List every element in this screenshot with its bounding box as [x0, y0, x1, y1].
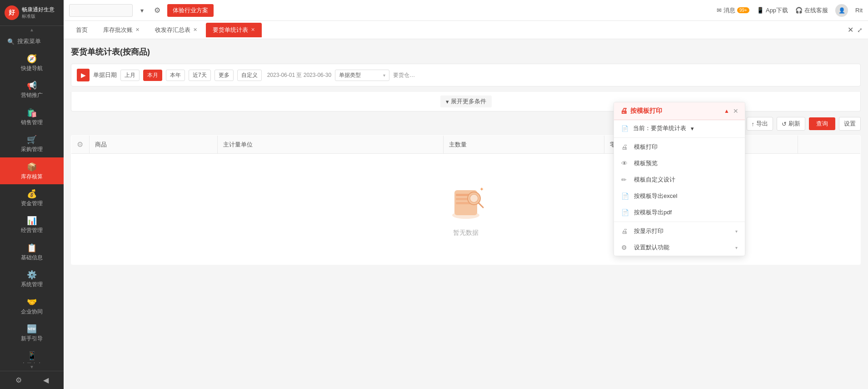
tabbar: 首页 库存批次账 ✕ 收发存汇总表 ✕ 要货单统计表 ✕ ✕ ⤢ — [64, 21, 868, 39]
sidebar-bottom: ⚙ ◀ — [0, 371, 64, 389]
close-all-tabs-btn[interactable]: ✕ — [848, 25, 853, 34]
export-btn[interactable]: ↑ 导出 — [747, 117, 773, 131]
refresh-icon: ↺ — [782, 121, 787, 127]
last-7-days-btn[interactable]: 近7天 — [189, 70, 211, 81]
sidebar-item-inventory[interactable]: 📦 库存核算 — [0, 157, 64, 184]
display-print-arrow: ▾ — [735, 229, 738, 234]
settings-btn[interactable]: 设置 — [839, 117, 861, 131]
dropdown-item-template-preview[interactable]: 👁 模板预览 — [614, 155, 745, 172]
scroll-down-indicator[interactable]: ▼ — [0, 363, 64, 371]
page-title: 要货单统计表(按商品) — [71, 46, 861, 57]
tab-home[interactable]: 首页 — [69, 23, 95, 37]
dropdown-title-label: 按模板打印 — [630, 107, 662, 115]
message-badge: 99+ — [737, 7, 749, 13]
selected-template-arrow: ▾ — [691, 125, 694, 132]
dropdown-item-set-default[interactable]: ⚙ 设置默认功能 ▾ — [614, 239, 745, 256]
dropdown-selected-template[interactable]: 📄 当前：要货单统计表 ▾ — [614, 120, 745, 136]
tab-order-stats-close[interactable]: ✕ — [251, 27, 255, 33]
col-settings-icon[interactable]: ⚙ — [77, 141, 83, 148]
expand-icon: ▾ — [446, 98, 449, 105]
tab-receipt-summary-label: 收发存汇总表 — [155, 26, 190, 34]
expand-tabs-btn[interactable]: ⤢ — [857, 26, 863, 34]
sidebar-item-quick-nav[interactable]: 🧭 快捷导航 — [0, 49, 64, 76]
app-download-action[interactable]: 📱 App下载 — [757, 6, 788, 15]
collapse-sidebar-btn[interactable]: ◀ — [43, 376, 49, 384]
topbar-dropdown-btn[interactable]: ▾ — [136, 5, 147, 16]
avatar[interactable]: 👤 — [835, 4, 848, 17]
dropdown-header-arrow-btn[interactable]: ▲ — [724, 108, 729, 114]
support-label: 在线客服 — [804, 6, 828, 15]
expand-more-conditions-btn[interactable]: ▾ 展开更多条件 — [440, 96, 492, 107]
dropdown-item-export-pdf[interactable]: 📄 按模板导出pdf — [614, 204, 745, 221]
order-type-label: 单据类型 — [339, 71, 381, 79]
support-icon: 🎧 — [795, 7, 803, 14]
empty-text: 暂无数据 — [453, 229, 479, 237]
col-settings[interactable]: ⚙ — [71, 136, 90, 154]
tab-batch-account[interactable]: 库存批次账 ✕ — [96, 23, 146, 37]
export-excel-label: 按模板导出excel — [634, 192, 738, 200]
topbar-gear-btn[interactable]: ⚙ — [151, 4, 164, 17]
message-label: 消息 — [723, 6, 735, 15]
current-month-btn[interactable]: 本月 — [143, 70, 162, 81]
dropdown-header-close-btn[interactable]: ✕ — [733, 107, 738, 115]
search-menu-btn[interactable]: 🔍 搜索菜单 — [0, 34, 64, 49]
expand-label: 展开更多条件 — [451, 97, 486, 106]
dropdown-title-icon: 🖨 — [620, 107, 628, 115]
sidebar-item-collab[interactable]: 🤝 企业协同 — [0, 293, 64, 319]
sidebar-item-finance[interactable]: 💰 资金管理 — [0, 184, 64, 211]
prev-month-btn[interactable]: 上月 — [120, 70, 140, 81]
scroll-up-indicator[interactable]: ▲ — [0, 26, 64, 34]
sales-icon: 🛍️ — [27, 108, 37, 118]
order-type-filter[interactable]: 单据类型 ▾ — [335, 70, 389, 81]
dropdown-item-export-excel[interactable]: 📄 按模板导出excel — [614, 188, 745, 204]
sidebar-item-basics[interactable]: 📋 基础信息 — [0, 238, 64, 265]
message-action[interactable]: ✉ 消息 99+ — [717, 6, 749, 15]
col-extra — [798, 136, 860, 154]
online-support-action[interactable]: 🎧 在线客服 — [795, 6, 828, 15]
filter-expand-btn[interactable]: ▶ — [77, 69, 90, 81]
dropdown-item-display-print[interactable]: 🖨 按显示打印 ▾ — [614, 223, 745, 239]
tab-order-stats[interactable]: 要货单统计表 ✕ — [206, 23, 262, 37]
sidebar-item-apps[interactable]: 📱 应用中心 — [0, 346, 64, 363]
settings-bottom-btn[interactable]: ⚙ — [15, 376, 22, 384]
template-preview-icon: 👁 — [621, 160, 629, 167]
app-download-icon: 📱 — [757, 7, 764, 14]
sidebar-item-system[interactable]: ⚙️ 系统管理 — [0, 265, 64, 292]
quick-nav-label: 快捷导航 — [21, 65, 43, 71]
col-product: 商品 — [90, 136, 218, 154]
marketing-label: 营销推广 — [21, 92, 43, 98]
divider-2 — [614, 222, 745, 222]
tab-receipt-summary-close[interactable]: ✕ — [193, 27, 197, 33]
refresh-btn[interactable]: ↺ 刷新 — [777, 117, 805, 131]
logo-icon: 好 — [5, 5, 19, 20]
sales-label: 销售管理 — [21, 119, 43, 126]
query-btn[interactable]: 查询 — [809, 117, 835, 130]
template-preview-label: 模板预览 — [634, 159, 738, 167]
topbar-search-input[interactable] — [69, 4, 133, 17]
date-range-display: 2023-06-01 至 2023-06-30 — [267, 71, 331, 79]
custom-date-btn[interactable]: 自定义 — [237, 70, 262, 81]
tab-order-stats-label: 要货单统计表 — [213, 26, 248, 34]
finance-icon: 💰 — [27, 189, 37, 199]
tab-home-label: 首页 — [76, 26, 88, 34]
topbar-right: ✉ 消息 99+ 📱 App下载 🎧 在线客服 👤 Rit — [717, 4, 863, 17]
selected-template-icon: 📄 — [621, 125, 629, 132]
search-menu-label: 搜索菜单 — [17, 37, 41, 45]
more-dates-btn[interactable]: 更多 — [215, 70, 234, 81]
guide-icon: 🆕 — [27, 324, 37, 334]
sidebar-item-operations[interactable]: 📊 经营管理 — [0, 211, 64, 238]
dropdown-item-template-print[interactable]: 🖨 模板打印 — [614, 139, 745, 155]
sidebar-item-marketing[interactable]: 📢 营销推广 — [0, 76, 64, 103]
sidebar-item-sales[interactable]: 🛍️ 销售管理 — [0, 103, 64, 130]
app-name: 畅康通好生意 — [22, 6, 55, 14]
operations-label: 经营管理 — [21, 227, 43, 233]
sidebar-item-guide[interactable]: 🆕 新手引导 — [0, 319, 64, 346]
dropdown-item-template-design[interactable]: ✏ 模板自定义设计 — [614, 172, 745, 188]
current-year-btn[interactable]: 本年 — [166, 70, 185, 81]
sidebar-item-purchase[interactable]: 🛒 采购管理 — [0, 130, 64, 157]
industry-btn[interactable]: 体验行业方案 — [167, 4, 214, 17]
export-icon: ↑ — [752, 121, 755, 127]
topbar-left: ▾ ⚙ 体验行业方案 — [69, 4, 717, 17]
tab-receipt-summary[interactable]: 收发存汇总表 ✕ — [148, 23, 204, 37]
tab-batch-account-close[interactable]: ✕ — [135, 27, 140, 33]
